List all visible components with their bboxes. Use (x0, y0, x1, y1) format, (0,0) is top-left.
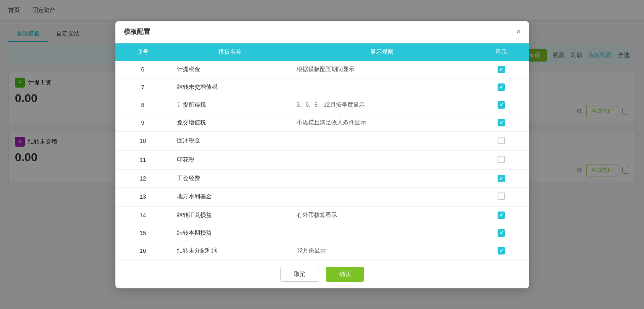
checkbox-display[interactable] (498, 137, 505, 144)
table-row: 12工会经费 (115, 169, 529, 187)
cell-rule (290, 187, 474, 206)
table-row: 16结转未分配利润12月份显示 (115, 242, 529, 259)
table-body: 6计提税金根据模板配置期间显示7结转未交增值税8计提所得税3、6、9、12月按季… (115, 61, 529, 260)
modal-header: 模板配置 × (115, 21, 529, 43)
cell-seq: 12 (115, 169, 170, 187)
table-row: 6计提税金根据模板配置期间显示 (115, 61, 529, 78)
cell-checkbox (474, 114, 529, 131)
cell-checkbox (474, 61, 529, 78)
cell-checkbox (474, 242, 529, 259)
cancel-button[interactable]: 取消 (280, 267, 319, 282)
checkbox-display[interactable] (498, 101, 505, 109)
cell-rule: 根据模板配置期间显示 (290, 61, 474, 78)
checkbox-display[interactable] (498, 229, 505, 237)
table-header: 序号 模板名称 显示规则 显示 (115, 43, 529, 61)
table-row: 13地方水利基金 (115, 187, 529, 206)
config-table: 序号 模板名称 显示规则 显示 6计提税金根据模板配置期间显示7结转未交增值税8… (115, 43, 529, 260)
modal-template-config: 模板配置 × 序号 模板名称 显示规则 显示 6计提税金根据模板配置期间显示7结… (115, 21, 529, 288)
cell-seq: 11 (115, 150, 170, 169)
cell-checkbox (474, 150, 529, 169)
cell-rule (290, 131, 474, 150)
col-header-seq: 序号 (115, 43, 170, 61)
checkbox-display[interactable] (498, 83, 505, 91)
checkbox-display[interactable] (498, 156, 505, 163)
cell-checkbox (474, 206, 529, 224)
col-header-name: 模板名称 (170, 43, 290, 61)
col-header-rule: 显示规则 (290, 43, 474, 61)
cell-name: 结转汇兑损益 (170, 206, 290, 224)
col-header-display: 显示 (474, 43, 529, 61)
checkbox-display[interactable] (498, 193, 505, 200)
cell-rule (290, 150, 474, 169)
cell-checkbox (474, 224, 529, 242)
cell-rule (290, 224, 474, 242)
cell-seq: 8 (115, 96, 170, 114)
cell-checkbox (474, 187, 529, 206)
cell-name: 印花税 (170, 150, 290, 169)
cell-rule (290, 78, 474, 96)
cell-seq: 16 (115, 242, 170, 259)
cell-seq: 15 (115, 224, 170, 242)
cell-rule (290, 169, 474, 187)
cell-name: 地方水利基金 (170, 187, 290, 206)
cell-name: 计提所得税 (170, 96, 290, 114)
cell-rule: 小规模且满足收入条件显示 (290, 114, 474, 131)
modal-title: 模板配置 (124, 28, 150, 36)
table-row: 8计提所得税3、6、9、12月按季度显示 (115, 96, 529, 114)
modal-overlay: 模板配置 × 序号 模板名称 显示规则 显示 6计提税金根据模板配置期间显示7结… (0, 0, 644, 309)
table-row: 10回冲税金 (115, 131, 529, 150)
cell-name: 结转未交增值税 (170, 78, 290, 96)
cell-rule: 12月份显示 (290, 242, 474, 259)
cell-name: 免交增值税 (170, 114, 290, 131)
table-row: 11印花税 (115, 150, 529, 169)
checkbox-display[interactable] (498, 247, 505, 254)
modal-close-button[interactable]: × (516, 28, 521, 36)
cell-name: 结转本期损益 (170, 224, 290, 242)
table-row: 14结转汇兑损益有外币核算显示 (115, 206, 529, 224)
cell-checkbox (474, 131, 529, 150)
cell-name: 结转未分配利润 (170, 242, 290, 259)
checkbox-display[interactable] (498, 66, 505, 73)
checkbox-display[interactable] (498, 119, 505, 126)
cell-rule: 有外币核算显示 (290, 206, 474, 224)
cell-seq: 7 (115, 78, 170, 96)
table-row: 15结转本期损益 (115, 224, 529, 242)
cell-checkbox (474, 169, 529, 187)
table-row: 7结转未交增值税 (115, 78, 529, 96)
confirm-button[interactable]: 确认 (326, 267, 364, 282)
table-row: 9免交增值税小规模且满足收入条件显示 (115, 114, 529, 131)
cell-name: 计提税金 (170, 61, 290, 78)
cell-seq: 9 (115, 114, 170, 131)
cell-rule: 3、6、9、12月按季度显示 (290, 96, 474, 114)
cell-name: 回冲税金 (170, 131, 290, 150)
cell-name: 工会经费 (170, 169, 290, 187)
cell-seq: 10 (115, 131, 170, 150)
modal-footer: 取消 确认 (115, 260, 529, 288)
checkbox-display[interactable] (498, 212, 505, 219)
cell-seq: 6 (115, 61, 170, 78)
cell-seq: 13 (115, 187, 170, 206)
checkbox-display[interactable] (498, 175, 505, 182)
cell-seq: 14 (115, 206, 170, 224)
cell-checkbox (474, 78, 529, 96)
modal-body[interactable]: 序号 模板名称 显示规则 显示 6计提税金根据模板配置期间显示7结转未交增值税8… (115, 43, 529, 260)
cell-checkbox (474, 96, 529, 114)
